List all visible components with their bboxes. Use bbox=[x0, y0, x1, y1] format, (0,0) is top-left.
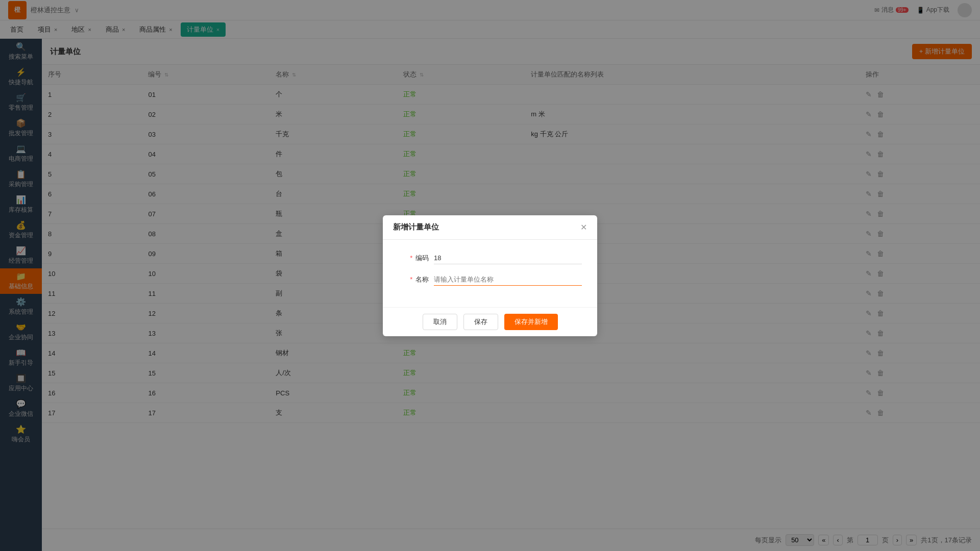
name-label-text: 名称 bbox=[415, 276, 429, 283]
code-input[interactable] bbox=[434, 252, 582, 264]
cancel-button[interactable]: 取消 bbox=[423, 314, 457, 330]
modal-close-button[interactable]: ✕ bbox=[580, 222, 587, 232]
modal-header: 新增计量单位 ✕ bbox=[383, 215, 597, 240]
form-row-code: * 编码 bbox=[398, 252, 582, 264]
add-unit-modal: 新增计量单位 ✕ * 编码 * 名称 取消 保存 保存并新增 bbox=[383, 215, 597, 336]
save-button[interactable]: 保存 bbox=[463, 314, 498, 330]
code-label: * 编码 bbox=[398, 254, 429, 263]
modal-body: * 编码 * 名称 bbox=[383, 240, 597, 307]
save-and-new-button[interactable]: 保存并新增 bbox=[504, 314, 558, 330]
code-label-text: 编码 bbox=[415, 254, 429, 262]
modal-title: 新增计量单位 bbox=[393, 222, 439, 232]
modal-footer: 取消 保存 保存并新增 bbox=[383, 307, 597, 336]
name-input[interactable] bbox=[434, 273, 582, 286]
form-row-name: * 名称 bbox=[398, 273, 582, 286]
modal-overlay: 新增计量单位 ✕ * 编码 * 名称 取消 保存 保存并新增 bbox=[0, 0, 980, 551]
name-required: * bbox=[410, 276, 412, 283]
name-label: * 名称 bbox=[398, 275, 429, 284]
code-required: * bbox=[410, 254, 412, 262]
